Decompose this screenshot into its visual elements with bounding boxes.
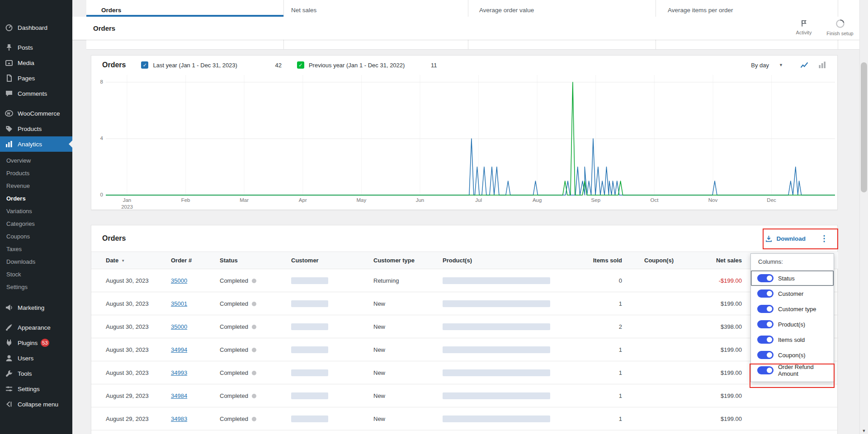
plugins-update-badge: 53 (41, 339, 49, 347)
submenu-item-settings[interactable]: Settings (0, 281, 72, 294)
cell-coupons (622, 292, 674, 315)
cell-items-sold: 0 (578, 269, 622, 292)
download-button[interactable]: Download (765, 235, 806, 243)
line-chart-toggle[interactable] (800, 61, 808, 69)
sidebar-item-pages[interactable]: Pages (0, 70, 72, 86)
order-link[interactable]: 35000 (171, 323, 187, 330)
scrollbar-thumb[interactable] (861, 62, 867, 192)
sidebar-item-tools[interactable]: Tools (0, 366, 72, 381)
submenu-item-categories[interactable]: Categories (0, 218, 72, 230)
x-axis-label: Jul (475, 197, 482, 203)
column-header-customer-type: Customer type (373, 252, 443, 269)
submenu-item-orders[interactable]: Orders (0, 192, 72, 205)
column-header-status: Status (220, 252, 291, 269)
cell-customer-type: New (373, 361, 443, 384)
sidebar-item-posts[interactable]: Posts (0, 40, 72, 55)
toggle-on-icon[interactable] (757, 289, 774, 298)
order-link[interactable]: 35001 (171, 300, 187, 307)
admin-menu: Dashboard Posts Media Pages Comments Woo… (0, 0, 72, 412)
checkbox-checked-icon[interactable]: ✓ (297, 61, 304, 69)
settings-icon (5, 384, 14, 393)
sidebar-item-comments[interactable]: Comments (0, 86, 72, 101)
submenu-item-variations[interactable]: Variations (0, 205, 72, 218)
summary-tab-average-items-per-order[interactable]: Average items per order (668, 7, 733, 14)
sidebar-item-media[interactable]: Media (0, 55, 72, 70)
toggle-on-icon[interactable] (757, 320, 774, 328)
legend-item-previous[interactable]: ✓ Previous year (Jan 1 - Dec 31, 2022) 1… (297, 61, 437, 69)
cell-coupons (622, 407, 674, 430)
legend-item-current[interactable]: ✓ Last year (Jan 1 - Dec 31, 2023) 42 (141, 61, 281, 69)
toggle-on-icon[interactable] (757, 305, 774, 313)
y-axis-label: 0 (91, 192, 103, 197)
submenu-item-taxes[interactable]: Taxes (0, 243, 72, 256)
column-header-product-s: Product(s) (443, 252, 578, 269)
interval-select[interactable]: By day ▼ (751, 62, 783, 69)
column-header-order: Order # (171, 252, 220, 269)
summary-tab-orders[interactable]: Orders (101, 7, 121, 14)
column-header-date[interactable]: Date▼ (91, 252, 171, 269)
column-toggle-items-sold[interactable]: Items sold (751, 332, 834, 347)
sidebar-item-marketing[interactable]: Marketing (0, 300, 72, 315)
cell-products (443, 361, 578, 384)
tile-divider (468, 40, 468, 49)
column-toggle-customer[interactable]: Customer (751, 286, 834, 301)
chart-controls: By day ▼ (751, 61, 826, 69)
cell-coupons (622, 315, 674, 338)
column-toggle-customer-type[interactable]: Customer type (751, 301, 834, 317)
submenu-item-revenue[interactable]: Revenue (0, 180, 72, 192)
cell-status: Completed (220, 407, 291, 430)
redacted-product (443, 300, 550, 307)
submenu-item-products[interactable]: Products (0, 167, 72, 180)
dashboard-icon (5, 23, 14, 32)
order-link[interactable]: 35000 (171, 277, 187, 284)
sidebar-item-analytics[interactable]: Analytics (0, 136, 72, 152)
sidebar-item-appearance[interactable]: Appearance (0, 320, 72, 335)
cell-order-number: 35000 (171, 315, 220, 338)
toggle-on-icon[interactable] (757, 366, 774, 374)
summary-tab-average-order-value[interactable]: Average order value (479, 7, 534, 14)
submenu-item-coupons[interactable]: Coupons (0, 230, 72, 243)
column-toggle-product-s[interactable]: Product(s) (751, 317, 834, 332)
orders-table-card: Orders Download ⋮ Date▼Order #StatusCust… (91, 225, 838, 434)
sidebar-item-users[interactable]: Users (0, 350, 72, 366)
tile-divider (656, 40, 656, 49)
toggle-on-icon[interactable] (757, 351, 774, 359)
bar-chart-toggle[interactable] (818, 61, 826, 69)
order-link[interactable]: 34993 (171, 369, 187, 376)
summary-tiles-top: OrdersNet salesAverage order valueAverag… (86, 0, 859, 17)
ellipsis-menu-button[interactable]: ⋮ (819, 233, 829, 243)
order-link[interactable]: 34983 (171, 415, 187, 422)
submenu-item-downloads[interactable]: Downloads (0, 256, 72, 268)
sidebar-item-plugins[interactable]: Plugins 53 (0, 335, 72, 350)
scrollbar-down-arrow[interactable]: ▼ (860, 429, 868, 433)
toggle-on-icon[interactable] (757, 336, 774, 344)
order-link[interactable]: 34984 (171, 392, 187, 399)
status-dot-icon (252, 325, 256, 329)
summary-tab-net-sales[interactable]: Net sales (291, 7, 316, 14)
toggle-on-icon[interactable] (757, 274, 774, 282)
order-link[interactable]: 34994 (171, 346, 187, 353)
x-axis-label: Sep (591, 197, 600, 203)
status-dot-icon (252, 394, 256, 398)
column-toggle-coupon-s[interactable]: Coupon(s) (751, 347, 834, 363)
status-dot-icon (252, 279, 256, 283)
cell-customer-type: New (373, 315, 443, 338)
submenu-item-stock[interactable]: Stock (0, 268, 72, 281)
sidebar-item-products[interactable]: Products (0, 121, 72, 136)
y-axis-label: 4 (91, 135, 103, 141)
x-axis-label: May (357, 197, 367, 203)
sidebar-item-dashboard[interactable]: Dashboard (0, 20, 72, 35)
finish-setup-button[interactable]: Finish setup (821, 19, 859, 36)
column-toggle-status[interactable]: Status (751, 271, 834, 286)
activity-button[interactable]: Activity (790, 19, 817, 35)
page-scrollbar[interactable]: ▼ (859, 0, 868, 434)
cell-items-sold: 1 (578, 384, 622, 407)
sidebar-item-collapse-menu[interactable]: Collapse menu (0, 397, 72, 412)
sidebar-item-woocommerce[interactable]: WooCommerce (0, 106, 72, 121)
checkbox-checked-icon[interactable]: ✓ (141, 61, 148, 69)
cell-filler (742, 407, 838, 430)
column-toggle-order-refund-amount[interactable]: Order Refund Amount (751, 363, 834, 378)
submenu-item-overview[interactable]: Overview (0, 154, 72, 167)
sidebar-item-settings[interactable]: Settings (0, 381, 72, 397)
table-title: Orders (102, 234, 126, 243)
